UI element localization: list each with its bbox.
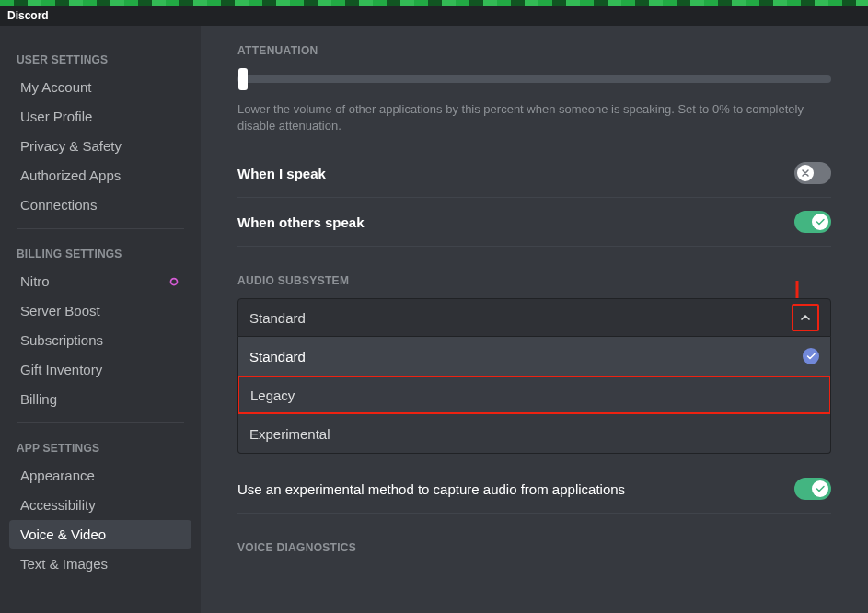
sidebar-divider xyxy=(17,422,184,423)
title-bar: Discord xyxy=(0,6,868,26)
toggle-label: When others speak xyxy=(237,214,365,230)
svg-point-0 xyxy=(171,278,178,284)
check-icon xyxy=(815,216,826,227)
settings-content: ATTENUATION Lower the volume of other ap… xyxy=(201,26,868,613)
toggle-row-when-i-speak: When I speak xyxy=(237,149,831,198)
toggle-row-experimental-capture: Use an experimental method to capture au… xyxy=(237,465,831,514)
sidebar-item-voice-video[interactable]: Voice & Video xyxy=(9,520,191,549)
sidebar-item-server-boost[interactable]: Server Boost xyxy=(9,296,191,325)
sidebar-item-connections[interactable]: Connections xyxy=(9,191,191,219)
sidebar-item-subscriptions[interactable]: Subscriptions xyxy=(9,326,191,354)
chevron-up-icon[interactable] xyxy=(798,310,813,325)
sidebar-divider xyxy=(17,228,184,229)
toggle-knob xyxy=(812,480,828,497)
sidebar-header-user-settings: USER SETTINGS xyxy=(6,44,195,72)
option-legacy[interactable]: Legacy xyxy=(237,376,831,414)
slider-thumb[interactable] xyxy=(238,68,248,90)
attenuation-header: ATTENUATION xyxy=(237,44,831,57)
audio-subsystem-header: AUDIO SUBSYSTEM xyxy=(237,274,831,287)
toggle-knob xyxy=(797,165,814,181)
selected-check-icon xyxy=(803,348,819,364)
attenuation-help-text: Lower the volume of other applications b… xyxy=(237,101,831,134)
toggle-label: Use an experimental method to capture au… xyxy=(237,481,625,497)
sidebar-header-app-settings: APP SETTINGS xyxy=(6,433,195,460)
sidebar-item-nitro[interactable]: Nitro xyxy=(9,267,191,295)
sidebar-item-accessibility[interactable]: Accessibility xyxy=(9,491,191,519)
app-title: Discord xyxy=(7,9,49,22)
toggle-when-others-speak[interactable] xyxy=(794,211,831,233)
sidebar-item-authorized-apps[interactable]: Authorized Apps xyxy=(9,161,191,190)
voice-diagnostics-header: VOICE DIAGNOSTICS xyxy=(237,541,831,554)
toggle-when-i-speak[interactable] xyxy=(794,162,831,184)
sidebar-header-billing-settings: BILLING SETTINGS xyxy=(6,238,195,266)
sidebar-item-billing[interactable]: Billing xyxy=(9,385,191,413)
audio-subsystem-chevron-highlight xyxy=(792,304,819,331)
sidebar-item-appearance[interactable]: Appearance xyxy=(9,461,191,490)
sidebar-item-my-account[interactable]: My Account xyxy=(9,73,191,101)
sidebar-item-gift-inventory[interactable]: Gift Inventory xyxy=(9,355,191,384)
option-experimental[interactable]: Experimental xyxy=(238,414,830,453)
toggle-row-when-others-speak: When others speak xyxy=(237,198,831,247)
option-standard[interactable]: Standard xyxy=(238,337,830,376)
select-current-value: Standard xyxy=(249,310,306,326)
sidebar-item-privacy-safety[interactable]: Privacy & Safety xyxy=(9,132,191,160)
attenuation-slider[interactable] xyxy=(237,68,831,90)
toggle-label: When I speak xyxy=(237,166,326,181)
nitro-badge-icon xyxy=(168,275,180,288)
audio-subsystem-dropdown: Standard Legacy Experimental xyxy=(237,337,831,454)
check-icon xyxy=(815,483,826,494)
toggle-knob xyxy=(812,214,828,230)
settings-sidebar: USER SETTINGS My Account User Profile Pr… xyxy=(0,26,201,613)
audio-subsystem-select[interactable]: Standard xyxy=(237,298,831,337)
slider-track xyxy=(237,75,831,83)
toggle-experimental-capture[interactable] xyxy=(794,478,831,500)
sidebar-item-user-profile[interactable]: User Profile xyxy=(9,102,191,131)
close-icon xyxy=(800,168,811,179)
sidebar-item-text-images[interactable]: Text & Images xyxy=(9,549,191,578)
